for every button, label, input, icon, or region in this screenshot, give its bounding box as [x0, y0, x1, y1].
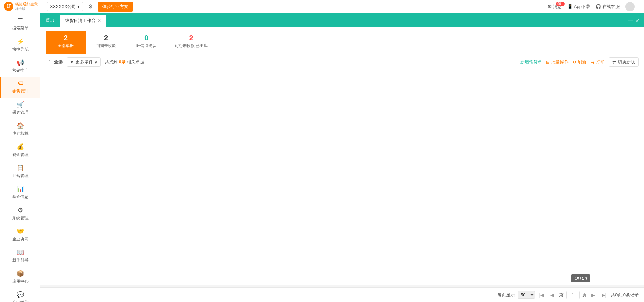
page-size-select[interactable]: 50 20 100 [518, 291, 535, 299]
sidebar-item-sales[interactable]: 🏷 销售管理 [0, 77, 40, 98]
sidebar-item-label-purchase: 采购管理 [12, 110, 29, 115]
stat-tab-overdue[interactable]: 2 到期未收款 [86, 31, 126, 54]
print-icon: 🖨 [590, 60, 595, 65]
print-button[interactable]: 🖨 打印 [590, 59, 605, 65]
sidebar-item-system[interactable]: ⚙ 系统管理 [0, 203, 40, 224]
page-label: 第 [559, 292, 564, 298]
marketing-icon: 📢 [17, 59, 24, 66]
stats-tabs: 2 全部单据 2 到期未收款 0 旺铺待确认 2 到期未收款 已出库 [40, 27, 644, 54]
filter-icon: ▼ [70, 60, 74, 65]
stat-tab-unshipped[interactable]: 2 到期未收款 已出库 [166, 31, 216, 54]
headset-icon: 🎧 [596, 4, 601, 9]
stat-num-unshipped: 2 [189, 34, 193, 42]
sidebar-item-quick-nav[interactable]: ⚡ 快捷导航 [0, 35, 40, 56]
refresh-label: 刷新 [578, 59, 586, 65]
top-bar-right: ✉ 消息 99+ 📱 App下载 🎧 在线客服 [548, 2, 640, 11]
sidebar-item-purchase[interactable]: 🛒 采购管理 [0, 98, 40, 119]
sidebar-item-cooperation[interactable]: 🤝 企业协同 [0, 224, 40, 245]
total-info: 共0页,0条记录 [611, 292, 639, 298]
found-prefix: 共找到 [105, 59, 118, 64]
pagination: 每页显示 50 20 100 |◀ ◀ 第 页 ▶ ▶| 共0页,0条记录 [40, 287, 644, 302]
switch-label: 切换新版 [618, 59, 635, 65]
sidebar-item-label-search: 搜索菜单 [12, 25, 29, 31]
stat-tab-pending[interactable]: 0 旺铺待确认 [126, 31, 166, 54]
tab-maximize-icon[interactable]: ⤢ [636, 17, 640, 23]
found-count: 0条 [119, 59, 126, 64]
stat-tab-all[interactable]: 2 全部单据 [46, 31, 86, 54]
filter-label: 更多条件 [75, 59, 93, 65]
toolbar: 全选 ▼ 更多条件 ∨ 共找到 0条 相关单据 + 新增销货单 ⊞ 批量操作 ↻… [40, 54, 644, 70]
top-bar: 好 畅捷通好生意 标准版 XXXXXX公司 ▾ ⚙ 体验行业方案 ✉ 消息 99… [0, 0, 644, 13]
messages-button[interactable]: ✉ 消息 99+ [548, 4, 562, 10]
switch-icon: ⇄ [612, 60, 616, 65]
sidebar-item-guide[interactable]: 📖 新手引导 [0, 245, 40, 266]
sidebar-item-finance[interactable]: 💰 资金管理 [0, 140, 40, 161]
batch-operation-button[interactable]: ⊞ 批量操作 [546, 59, 569, 65]
online-service-button[interactable]: 🎧 在线客服 [596, 4, 620, 10]
next-page-button[interactable]: ▶ [589, 291, 597, 299]
sidebar-item-label-system: 系统管理 [12, 215, 29, 221]
chevron-icon: ∨ [94, 60, 98, 65]
top-bar-left: 好 畅捷通好生意 标准版 XXXXXX公司 ▾ ⚙ 体验行业方案 [4, 2, 133, 12]
workbench-tab-label: 钱货日清工作台 [65, 18, 96, 24]
select-all-label: 全选 [54, 59, 63, 65]
avatar[interactable] [625, 2, 635, 11]
settings-button[interactable]: ⚙ [86, 2, 95, 11]
company-selector[interactable]: XXXXXX公司 ▾ [47, 2, 83, 11]
sidebar-item-label-app: 应用中心 [12, 279, 29, 284]
sales-icon: 🏷 [17, 80, 23, 87]
stat-num-pending: 0 [144, 34, 148, 42]
sidebar-item-operations[interactable]: 📋 经营管理 [0, 161, 40, 182]
page-input[interactable] [566, 291, 580, 299]
stat-label-all: 全部单据 [58, 43, 74, 49]
tab-home[interactable]: 首页 [40, 13, 60, 27]
sidebar-item-label-finance: 资金管理 [12, 152, 29, 158]
gear-icon: ⚙ [88, 3, 93, 10]
found-suffix: 相关单据 [127, 59, 144, 64]
quick-nav-icon: ⚡ [17, 38, 24, 45]
batch-label: 批量操作 [551, 59, 569, 65]
table-area [40, 70, 644, 285]
first-page-button[interactable]: |◀ [538, 291, 546, 299]
switch-version-button[interactable]: ⇄ 切换新版 [609, 57, 639, 67]
page-size-label: 每页显示 [497, 292, 515, 298]
sidebar-item-label-sales: 销售管理 [12, 88, 29, 94]
tab-workbench[interactable]: 钱货日清工作台 ✕ [60, 15, 106, 27]
sidebar-item-enterprise-wechat[interactable]: 💬 企业微信 [0, 288, 40, 302]
sidebar-item-label-quick: 快捷导航 [12, 47, 29, 52]
sidebar-item-app-center[interactable]: 📦 应用中心 [0, 266, 40, 288]
stat-num-all: 2 [64, 34, 68, 42]
tab-bar-actions: — ⤢ [628, 17, 644, 23]
sidebar-item-label-operations: 经营管理 [12, 173, 29, 179]
logo-info: 畅捷通好生意 标准版 [15, 2, 38, 11]
operations-icon: 📋 [17, 164, 24, 172]
add-sales-order-button[interactable]: + 新增销货单 [517, 59, 542, 65]
sidebar-item-inventory[interactable]: 🏠 库存核算 [0, 119, 40, 140]
sidebar-item-label-guide: 新手引导 [12, 257, 29, 263]
main-content: 2 全部单据 2 到期未收款 0 旺铺待确认 2 到期未收款 已出库 全选 ▼ … [40, 27, 644, 302]
tab-minimize-icon[interactable]: — [628, 17, 633, 23]
prev-page-button[interactable]: ◀ [548, 291, 556, 299]
logo-area: 好 畅捷通好生意 标准版 [4, 2, 44, 11]
refresh-button[interactable]: ↻ 刷新 [573, 59, 586, 65]
company-name: XXXXXX公司 [50, 4, 76, 10]
sidebar-item-label-wechat: 企业微信 [12, 300, 29, 302]
sidebar-item-marketing[interactable]: 📢 营销推广 [0, 56, 40, 77]
toolbar-right: + 新增销货单 ⊞ 批量操作 ↻ 刷新 🖨 打印 ⇄ 切换新版 [517, 57, 639, 67]
trial-button[interactable]: 体验行业方案 [98, 2, 133, 12]
basic-info-icon: 📊 [17, 185, 24, 193]
sidebar-item-basic-info[interactable]: 📊 基础信息 [0, 182, 40, 203]
home-tab-label: 首页 [46, 17, 54, 23]
system-icon: ⚙ [18, 206, 23, 214]
filter-button[interactable]: ▼ 更多条件 ∨ [67, 57, 101, 67]
last-page-button[interactable]: ▶| [600, 291, 608, 299]
sidebar-item-search-menu[interactable]: ☰ 搜索菜单 [0, 13, 40, 35]
phone-icon: 📱 [567, 4, 573, 9]
select-all-checkbox[interactable] [46, 60, 50, 64]
stat-label-unshipped: 到期未收款 已出库 [174, 43, 208, 49]
app-download-button[interactable]: 📱 App下载 [567, 4, 590, 10]
tab-close-icon[interactable]: ✕ [98, 18, 101, 23]
messages-badge: 99+ [556, 2, 565, 6]
search-menu-icon: ☰ [18, 17, 23, 24]
message-icon: ✉ [548, 4, 552, 9]
